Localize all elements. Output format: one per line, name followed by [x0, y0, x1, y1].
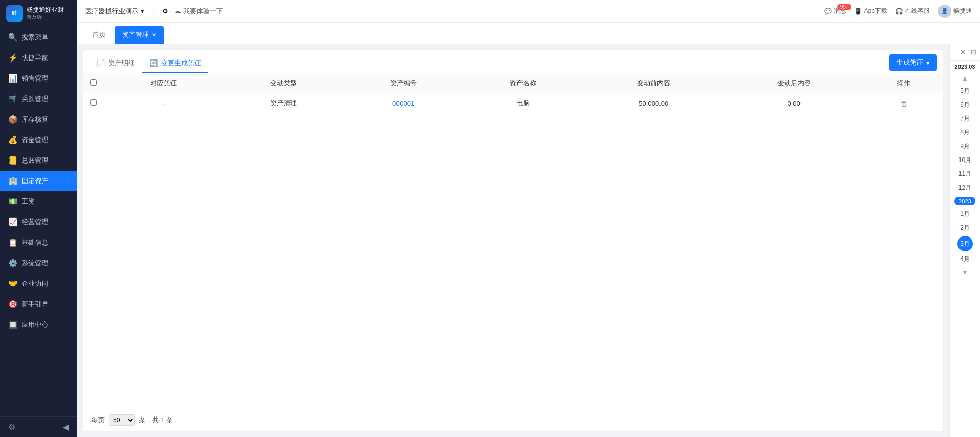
app-download-btn[interactable]: 📱 App下载	[854, 7, 887, 15]
sidebar-item-system[interactable]: ⚙️系统管理	[0, 253, 77, 273]
message-btn[interactable]: 💬 消息 99+	[824, 7, 846, 15]
sidebar-item-quick-nav[interactable]: ⚡快捷导航	[0, 48, 77, 68]
row-operation: 🗑	[864, 93, 943, 113]
header-asset-code: 资产编号	[344, 73, 464, 93]
sidebar-item-enterprise[interactable]: 🤝企业协同	[0, 273, 77, 294]
topbar-divider: |	[152, 7, 154, 15]
message-icon: 💬	[824, 8, 832, 15]
month-item[interactable]: 12月	[950, 181, 980, 195]
sidebar-logo: 财 畅捷通好业财 普及版	[0, 0, 77, 27]
sidebar-label-sales: 销售管理	[22, 74, 48, 83]
header-voucher: 对应凭证	[104, 73, 224, 93]
generate-voucher-button[interactable]: 生成凭证 ▾	[889, 54, 937, 71]
sidebar-label-search: 搜索菜单	[22, 33, 48, 42]
row-before-change: 50,000.00	[583, 93, 724, 113]
generate-btn-area: 生成凭证 ▾	[889, 54, 937, 71]
row-change-type: 资产清理	[224, 93, 344, 113]
data-table: 对应凭证 变动类型 资产编号 资产名称 变动前内容 变动后内容 操作	[83, 73, 943, 113]
select-all-checkbox[interactable]	[90, 79, 97, 86]
tab-close-asset-mgmt[interactable]: ✕	[152, 32, 156, 38]
delete-icon[interactable]: 🗑	[900, 99, 908, 108]
chevron-down-icon: ▾	[141, 7, 144, 15]
user-avatar-btn[interactable]: 👤 畅捷通	[938, 5, 972, 18]
sidebar-item-sales[interactable]: 📊销售管理	[0, 68, 77, 89]
company-selector[interactable]: 医疗器械行业演示 ▾	[85, 7, 144, 16]
sub-tab-icon-asset-detail: 📄	[96, 59, 105, 67]
sidebar-item-inventory[interactable]: 📦库存核算	[0, 109, 77, 130]
expand-panel-button[interactable]: ⊡	[969, 47, 978, 57]
online-service-btn[interactable]: 🎧 在线客服	[895, 7, 930, 15]
sidebar-icon-quick-nav: ⚡	[8, 53, 17, 63]
sidebar-label-guide: 新手引导	[22, 300, 48, 309]
per-page-select[interactable]: 102050100	[109, 414, 135, 426]
sidebar-label-system: 系统管理	[22, 259, 48, 268]
sidebar-item-guide[interactable]: 🎯新手引导	[0, 294, 77, 314]
sub-tabs: 📄资产明细🔄变更生成凭证	[83, 50, 943, 73]
row-checkbox[interactable]	[90, 99, 97, 106]
app-icon: 📱	[854, 8, 862, 15]
year-badge[interactable]: 2023	[954, 197, 975, 205]
month-item-feb[interactable]: 2月	[950, 221, 980, 235]
sidebar-label-ledger: 总账管理	[22, 156, 48, 165]
sidebar-label-fixed-assets: 固定资产	[22, 176, 48, 186]
header-before-change: 变动前内容	[583, 73, 724, 93]
row-voucher: --	[104, 93, 224, 113]
sidebar-item-ledger[interactable]: 📒总账管理	[0, 150, 77, 171]
current-month-item[interactable]: 3月	[957, 236, 973, 251]
header-operation: 操作	[864, 73, 943, 93]
header-after-change: 变动后内容	[724, 73, 864, 93]
month-item[interactable]: 7月	[950, 112, 980, 126]
sub-tab-label-asset-detail: 资产明细	[108, 58, 135, 68]
settings-gear-icon[interactable]: ⚙	[162, 7, 168, 15]
collapse-icon[interactable]: ◀	[63, 422, 69, 432]
month-item[interactable]: 1月	[950, 207, 980, 221]
row-asset-name: 电脑	[464, 93, 584, 113]
topbar: 医疗器械行业演示 ▾ | ⚙ ☁ 我要体验一下 💬 消息 99+ 📱 App下载…	[77, 0, 980, 23]
sidebar: 财 畅捷通好业财 普及版 🔍搜索菜单⚡快捷导航📊销售管理🛒采购管理📦库存核算💰资…	[0, 0, 77, 437]
month-item[interactable]: 8月	[950, 126, 980, 140]
sidebar-icon-inventory: 📦	[8, 115, 17, 124]
sidebar-icon-salary: 💵	[8, 197, 17, 206]
sub-tab-asset-detail[interactable]: 📄资产明细	[89, 54, 142, 73]
sub-tab-change-voucher[interactable]: 🔄变更生成凭证	[142, 54, 208, 73]
service-label: 在线客服	[905, 7, 930, 15]
sidebar-item-search[interactable]: 🔍搜索菜单	[0, 27, 77, 48]
tab-home[interactable]: 首页	[85, 26, 113, 44]
sidebar-icon-guide: 🎯	[8, 300, 17, 309]
settings-icon[interactable]: ⚙	[8, 422, 15, 432]
sidebar-item-app-center[interactable]: 🔲应用中心	[0, 314, 77, 335]
sidebar-label-salary: 工资	[22, 197, 35, 206]
sidebar-item-basic-info[interactable]: 📋基础信息	[0, 232, 77, 253]
sidebar-item-finance[interactable]: 💰资金管理	[0, 130, 77, 150]
row-after-change: 0.00	[724, 93, 864, 113]
sidebar-label-enterprise: 企业协同	[22, 279, 48, 288]
header-checkbox-cell	[83, 73, 104, 93]
sidebar-item-purchase[interactable]: 🛒采购管理	[0, 89, 77, 109]
tabbar: 首页资产管理✕	[77, 23, 980, 44]
sidebar-nav: 🔍搜索菜单⚡快捷导航📊销售管理🛒采购管理📦库存核算💰资金管理📒总账管理🏢固定资产…	[0, 27, 77, 416]
tab-label-asset-mgmt: 资产管理	[122, 31, 149, 38]
sidebar-item-fixed-assets[interactable]: 🏢固定资产	[0, 171, 77, 191]
row-asset-code: 000001	[344, 93, 464, 113]
close-panel-button[interactable]: ✕	[958, 47, 967, 57]
scroll-up-icon[interactable]: ▲	[959, 72, 971, 84]
month-list: ▲ 5月6月7月8月9月10月11月12月20231月2月3月4月▼	[950, 72, 980, 437]
app-version: 普及版	[27, 14, 64, 21]
total-count: 条，共 1 条	[139, 415, 173, 425]
scroll-down-icon[interactable]: ▼	[959, 266, 971, 279]
service-icon: 🎧	[895, 8, 903, 15]
month-item[interactable]: 9月	[950, 140, 980, 153]
month-item[interactable]: 11月	[950, 167, 980, 181]
month-item[interactable]: 5月	[950, 84, 980, 98]
sidebar-item-salary[interactable]: 💵工资	[0, 191, 77, 212]
experience-btn[interactable]: ☁ 我要体验一下	[174, 7, 223, 16]
sidebar-item-operations[interactable]: 📈经营管理	[0, 212, 77, 232]
month-item-apr[interactable]: 4月	[950, 252, 980, 266]
month-item[interactable]: 6月	[950, 98, 980, 112]
header-change-type: 变动类型	[224, 73, 344, 93]
month-item[interactable]: 10月	[950, 153, 980, 167]
sidebar-label-basic-info: 基础信息	[22, 238, 48, 247]
sidebar-icon-enterprise: 🤝	[8, 279, 17, 288]
tab-asset-mgmt[interactable]: 资产管理✕	[115, 26, 164, 44]
table-row: -- 资产清理 000001 电脑 50,000.00 0.00 🗑	[83, 93, 943, 113]
